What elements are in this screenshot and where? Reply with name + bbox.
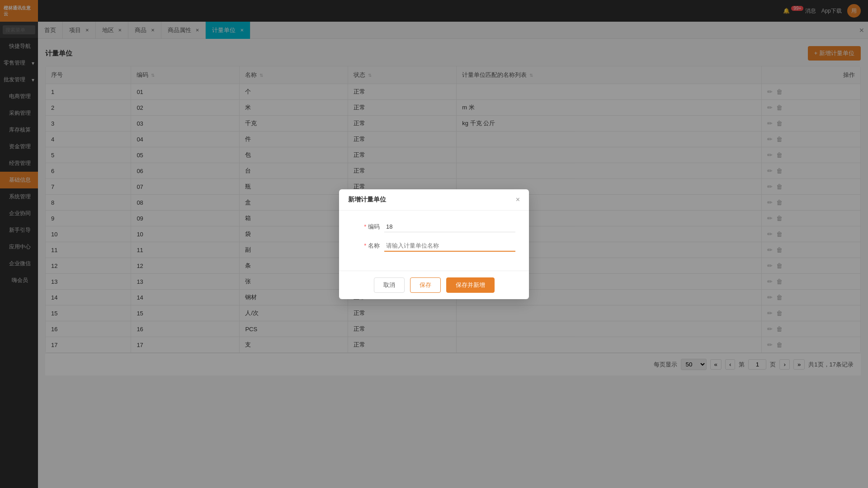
name-input[interactable] bbox=[384, 240, 515, 252]
save-button[interactable]: 保存 bbox=[410, 277, 441, 293]
form-row-name: 名称 bbox=[353, 240, 515, 252]
form-row-code: 编码 bbox=[353, 221, 515, 232]
add-unit-modal: 新增计量单位 × 编码 名称 取消 保存 保存并新增 bbox=[339, 189, 529, 299]
modal-body: 编码 名称 bbox=[339, 211, 529, 271]
code-input[interactable] bbox=[384, 221, 515, 232]
cancel-button[interactable]: 取消 bbox=[374, 277, 405, 293]
code-label: 编码 bbox=[353, 223, 380, 231]
modal-title: 新增计量单位 bbox=[348, 196, 386, 204]
modal-footer: 取消 保存 保存并新增 bbox=[339, 271, 529, 299]
modal-overlay[interactable]: 新增计量单位 × 编码 名称 取消 保存 保存并新增 bbox=[0, 0, 868, 488]
save-and-new-button[interactable]: 保存并新增 bbox=[446, 277, 495, 293]
modal-close-button[interactable]: × bbox=[516, 196, 520, 204]
modal-header: 新增计量单位 × bbox=[339, 189, 529, 211]
name-label: 名称 bbox=[353, 242, 380, 250]
